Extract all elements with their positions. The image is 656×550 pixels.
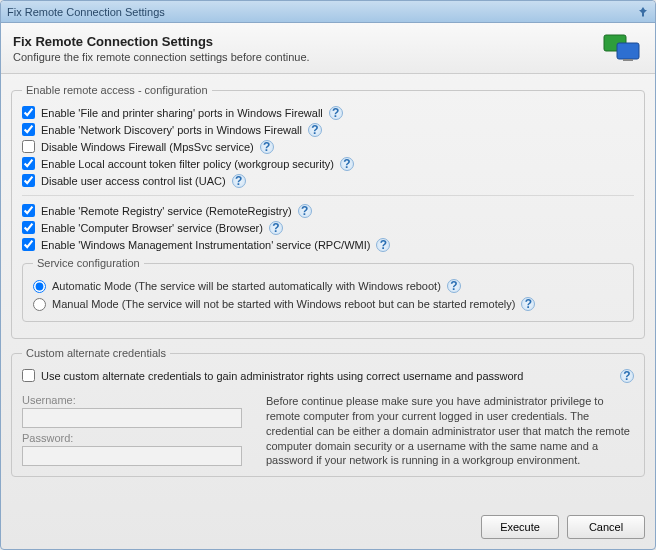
option-label: Enable Local account token filter policy… — [41, 158, 334, 170]
help-icon[interactable] — [620, 369, 634, 383]
credentials-inputs: Username: Password: — [22, 390, 252, 468]
password-label: Password: — [22, 432, 252, 444]
option-row: Enable 'Remote Registry' service (Remote… — [22, 202, 634, 219]
option-label: Enable 'Remote Registry' service (Remote… — [41, 205, 292, 217]
option-row: Enable 'Computer Browser' service (Brows… — [22, 219, 634, 236]
window-title: Fix Remote Connection Settings — [7, 6, 165, 18]
group-service-config-legend: Service configuration — [33, 257, 144, 269]
help-icon[interactable] — [340, 157, 354, 171]
header-panel: Fix Remote Connection Settings Configure… — [1, 23, 655, 74]
group-credentials-legend: Custom alternate credentials — [22, 347, 170, 359]
option-checkbox[interactable] — [22, 238, 35, 251]
option-label: Enable 'Windows Management Instrumentati… — [41, 239, 370, 251]
group-service-config: Service configuration Automatic Mode (Th… — [22, 257, 634, 322]
help-icon[interactable] — [260, 140, 274, 154]
option-row: Enable Local account token filter policy… — [22, 155, 634, 172]
username-field[interactable] — [22, 408, 242, 428]
cancel-button[interactable]: Cancel — [567, 515, 645, 539]
execute-button[interactable]: Execute — [481, 515, 559, 539]
option-checkbox[interactable] — [22, 174, 35, 187]
option-row: Enable 'Windows Management Instrumentati… — [22, 236, 634, 253]
option-label: Enable 'Computer Browser' service (Brows… — [41, 222, 263, 234]
help-icon[interactable] — [232, 174, 246, 188]
page-title: Fix Remote Connection Settings — [13, 34, 310, 49]
option-row: Disable user access control list (UAC) — [22, 172, 634, 189]
option-row: Enable 'Network Discovery' ports in Wind… — [22, 121, 634, 138]
password-field[interactable] — [22, 446, 242, 466]
radio-automatic-label: Automatic Mode (The service will be star… — [52, 280, 441, 292]
username-label: Username: — [22, 394, 252, 406]
footer: Execute Cancel — [1, 509, 655, 549]
option-checkbox[interactable] — [22, 123, 35, 136]
credentials-note: Before continue please make sure you hav… — [266, 390, 634, 468]
help-icon[interactable] — [447, 279, 461, 293]
option-checkbox[interactable] — [22, 106, 35, 119]
dialog-body: Enable remote access - configuration Ena… — [1, 74, 655, 509]
help-icon[interactable] — [329, 106, 343, 120]
divider — [22, 195, 634, 196]
svg-rect-2 — [623, 59, 633, 61]
help-icon[interactable] — [521, 297, 535, 311]
radio-manual-mode[interactable] — [33, 298, 46, 311]
option-checkbox[interactable] — [22, 204, 35, 217]
titlebar: Fix Remote Connection Settings — [1, 1, 655, 23]
checkbox-use-alt-creds[interactable] — [22, 369, 35, 382]
help-icon[interactable] — [298, 204, 312, 218]
option-checkbox[interactable] — [22, 140, 35, 153]
option-label: Enable 'Network Discovery' ports in Wind… — [41, 124, 302, 136]
group-remote-access-legend: Enable remote access - configuration — [22, 84, 212, 96]
svg-rect-1 — [617, 43, 639, 59]
group-remote-access: Enable remote access - configuration Ena… — [11, 84, 645, 339]
option-row: Enable 'File and printer sharing' ports … — [22, 104, 634, 121]
option-row: Disable Windows Firewall (MpsSvc service… — [22, 138, 634, 155]
option-checkbox[interactable] — [22, 157, 35, 170]
option-label: Disable Windows Firewall (MpsSvc service… — [41, 141, 254, 153]
option-checkbox[interactable] — [22, 221, 35, 234]
option-label: Disable user access control list (UAC) — [41, 175, 226, 187]
group-credentials: Custom alternate credentials Use custom … — [11, 347, 645, 477]
help-icon[interactable] — [308, 123, 322, 137]
header-text: Fix Remote Connection Settings Configure… — [13, 34, 310, 63]
option-label: Enable 'File and printer sharing' ports … — [41, 107, 323, 119]
radio-manual-label: Manual Mode (The service will not be sta… — [52, 298, 515, 310]
monitors-icon — [603, 31, 643, 65]
page-subtitle: Configure the fix remote connection sett… — [13, 51, 310, 63]
help-icon[interactable] — [376, 238, 390, 252]
checkbox-use-alt-creds-label: Use custom alternate credentials to gain… — [41, 370, 523, 382]
window: Fix Remote Connection Settings Fix Remot… — [0, 0, 656, 550]
radio-automatic-mode[interactable] — [33, 280, 46, 293]
pin-icon[interactable] — [637, 6, 649, 18]
help-icon[interactable] — [269, 221, 283, 235]
